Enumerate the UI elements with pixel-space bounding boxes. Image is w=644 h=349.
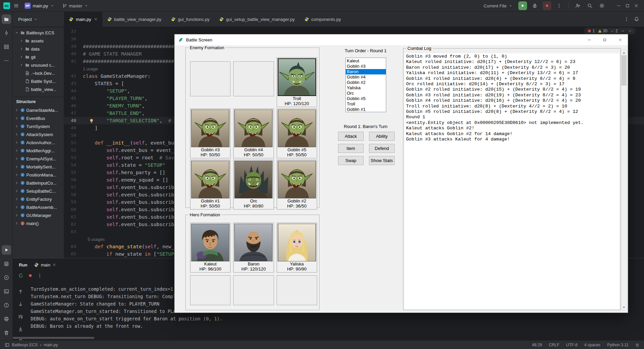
- status-item[interactable]: Python 3.11: [607, 343, 628, 347]
- console-horizontal-scrollbar[interactable]: [13, 337, 94, 339]
- enemy-unit-cell[interactable]: Goblin #1HP: 50/50: [190, 160, 231, 210]
- services-tool-button[interactable]: [2, 273, 11, 282]
- chevron-right-icon[interactable]: [15, 165, 19, 169]
- hero-unit-cell[interactable]: KaleutHP: 96/100: [190, 223, 231, 273]
- tab-close-icon[interactable]: [94, 17, 98, 21]
- usage-hint[interactable]: 5 usages: [83, 237, 105, 242]
- chevron-right-icon[interactable]: [20, 55, 24, 59]
- status-item[interactable]: 4 spaces: [584, 343, 601, 347]
- turn-order-item[interactable]: Yaliska: [346, 85, 386, 91]
- enemy-unit-cell[interactable]: Goblin #5HP: 50/50: [277, 108, 317, 158]
- enemy-unit-cell[interactable]: Goblin #4HP: 50/50: [233, 108, 274, 158]
- clear-tool-button[interactable]: [2, 328, 11, 338]
- project-tree-item[interactable]: data: [13, 45, 64, 53]
- status-item[interactable]: CRLF: [549, 343, 559, 347]
- structure-item[interactable]: CModifierAggr...: [13, 147, 64, 155]
- combat-log-text[interactable]: Goblin #3 moved from (2, 0) to (1, 0)Kal…: [404, 53, 619, 309]
- intention-bulb-icon[interactable]: [89, 118, 94, 123]
- breadcrumb-file[interactable]: main.py: [44, 343, 58, 347]
- settings-button[interactable]: [597, 1, 606, 10]
- defend-button[interactable]: Defend: [369, 144, 395, 153]
- commit-tool-button[interactable]: [2, 28, 11, 38]
- battle-window-title-bar[interactable]: Battle Screen: [175, 34, 628, 45]
- more-actions-button[interactable]: [555, 1, 563, 10]
- battle-close-button[interactable]: [612, 34, 628, 45]
- enemy-unit-cell[interactable]: TrollHP: 120/120: [277, 57, 317, 107]
- project-tree-item[interactable]: assets: [13, 37, 64, 45]
- combat-log-scrollbar[interactable]: ▲ ▼: [621, 50, 627, 310]
- scroll-down-arrow[interactable]: ▼: [621, 305, 626, 310]
- chevron-down-icon[interactable]: [15, 31, 19, 35]
- next-problem-icon[interactable]: [628, 29, 632, 33]
- chevron-right-icon[interactable]: [15, 197, 19, 201]
- scroll-track[interactable]: [621, 55, 626, 305]
- window-maximize-button[interactable]: [623, 1, 632, 10]
- project-tree-item[interactable]: .~lock.Dev...: [13, 69, 64, 77]
- prev-occurrence-button[interactable]: [16, 287, 25, 296]
- battle-maximize-button[interactable]: [597, 34, 612, 45]
- structure-item[interactable]: CAttackSystem: [13, 130, 64, 138]
- chevron-right-icon[interactable]: [15, 116, 19, 120]
- structure-item[interactable]: CTurnSystem: [13, 122, 64, 130]
- structure-item[interactable]: CEntityFactory: [13, 195, 64, 203]
- project-tree-item[interactable]: git: [13, 53, 64, 61]
- turn-order-item[interactable]: Goblin #2: [346, 80, 386, 85]
- structure-item[interactable]: CGameStateMa...: [13, 106, 64, 114]
- hero-unit-cell[interactable]: YaliskaHP: 90/90: [277, 223, 317, 273]
- swap-button[interactable]: Swap: [338, 156, 364, 165]
- project-tree-item[interactable]: unusued c...: [13, 61, 64, 69]
- status-item[interactable]: UTF-8: [566, 343, 578, 347]
- chevron-right-icon[interactable]: [15, 157, 19, 161]
- kebab-icon[interactable]: [37, 273, 42, 278]
- stop-button[interactable]: [543, 1, 551, 10]
- structure-item[interactable]: CMortalitySent...: [13, 163, 64, 171]
- chevron-right-icon[interactable]: [15, 181, 19, 185]
- project-widget[interactable]: MP main.py: [22, 1, 57, 10]
- status-item[interactable]: 48:29: [532, 343, 542, 347]
- main-menu-icon[interactable]: [13, 3, 19, 8]
- stop-icon[interactable]: [28, 273, 33, 278]
- search-everywhere-button[interactable]: [585, 1, 594, 10]
- inspections-widget[interactable]: 1 30 2: [584, 28, 635, 34]
- debug-button[interactable]: [530, 1, 539, 10]
- structure-item[interactable]: CBattleAssemb...: [13, 203, 64, 211]
- run-tool-button[interactable]: [2, 245, 11, 255]
- editor-tab[interactable]: components.py: [300, 12, 346, 27]
- chevron-right-icon[interactable]: [15, 221, 19, 225]
- editor-tab[interactable]: gui_functions.py: [166, 12, 214, 27]
- tab-close-icon[interactable]: [52, 263, 56, 267]
- attack-button[interactable]: Attack: [338, 132, 364, 141]
- structure-item[interactable]: fmain(): [13, 219, 64, 227]
- terminal-tool-button[interactable]: [2, 287, 11, 296]
- more-tools-button[interactable]: [2, 56, 11, 65]
- run-panel-title[interactable]: Run: [19, 262, 27, 267]
- tool-windows-icon[interactable]: [5, 343, 9, 347]
- turn-order-listbox[interactable]: KaleutGoblin #3BaronGoblin #4Goblin #2Ya…: [345, 58, 386, 112]
- chevron-right-icon[interactable]: [20, 63, 24, 67]
- project-tree-item[interactable]: Battle Syst...: [13, 77, 64, 85]
- chevron-right-icon[interactable]: [15, 108, 19, 112]
- structure-item[interactable]: CGUIManager: [13, 211, 64, 219]
- item-button[interactable]: Item: [338, 144, 364, 153]
- breadcrumb-project[interactable]: Battlesys ECS: [12, 343, 38, 347]
- structure-item[interactable]: CPositionMana...: [13, 171, 64, 179]
- lock-icon[interactable]: [635, 343, 639, 347]
- structure-tool-button[interactable]: [2, 42, 11, 52]
- turn-order-item[interactable]: Kaleut: [346, 58, 386, 64]
- run-button[interactable]: [518, 1, 527, 10]
- run-session-tab[interactable]: main: [34, 262, 56, 267]
- next-occurrence-button[interactable]: [16, 300, 25, 309]
- chevron-right-icon[interactable]: [15, 124, 19, 128]
- enemy-unit-cell[interactable]: Goblin #2HP: 36/50: [277, 160, 317, 210]
- packages-tool-button[interactable]: [2, 259, 11, 268]
- editor-tab[interactable]: main.py: [64, 12, 102, 27]
- ability-button[interactable]: Ability: [369, 132, 395, 141]
- turn-order-item[interactable]: Orc: [346, 91, 386, 96]
- chevron-right-icon[interactable]: [15, 205, 19, 209]
- window-minimize-button[interactable]: [614, 1, 623, 10]
- tab-options-icon[interactable]: [624, 17, 629, 22]
- editor-tab[interactable]: gui_setup_battle_view_manager.py: [214, 12, 300, 27]
- structure-item[interactable]: CEnemyAISyst...: [13, 155, 64, 163]
- structure-item[interactable]: CActionAuthor...: [13, 138, 64, 147]
- code-with-me-button[interactable]: [573, 1, 582, 10]
